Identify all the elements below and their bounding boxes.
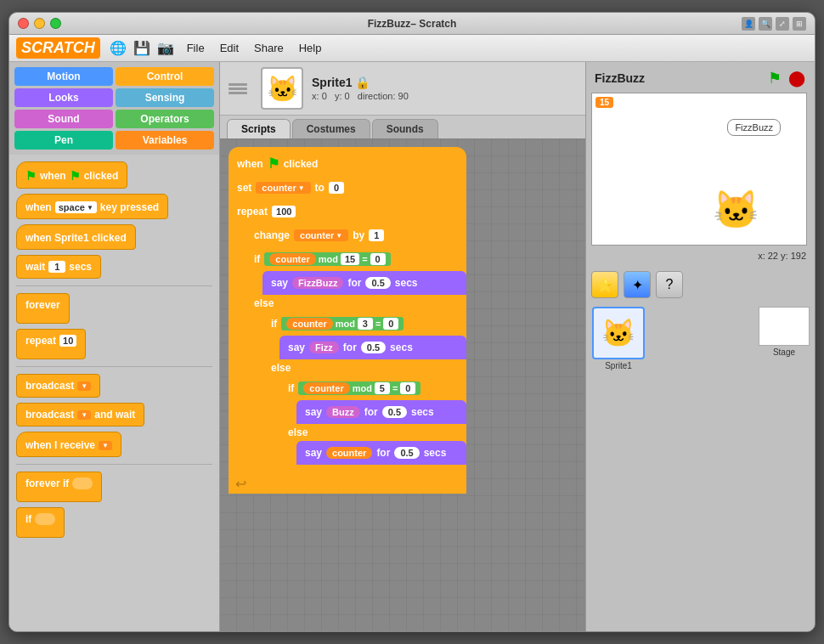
mod3-condition: counter mod 3 = 0: [281, 317, 404, 330]
sprite-toolbar: ⭐ ✦ ?: [586, 268, 815, 302]
mod5-condition: counter mod 5 = 0: [298, 381, 420, 395]
stage-title: FizzBuzz: [595, 71, 645, 85]
minimize-button[interactable]: [34, 18, 45, 29]
receive-dropdown[interactable]: [99, 441, 112, 450]
sprites-list: 🐱 Sprite1 Stage: [586, 302, 815, 376]
stage-sprite-cat: 🐱: [713, 188, 759, 232]
block-repeat-100: repeat 100 change counter by 1: [229, 200, 466, 494]
block-forever[interactable]: forever: [16, 293, 70, 324]
titlebar: FizzBuzz– Scratch 👤 🔍 ⤢ ⊞: [9, 13, 815, 35]
window-title: FizzBuzz– Scratch: [368, 18, 457, 30]
menubar: SCRATCH 🌐 💾 📷 File Edit Share Help: [9, 35, 815, 62]
tool-star-yellow[interactable]: ⭐: [591, 271, 618, 298]
menu-help[interactable]: Help: [292, 38, 329, 58]
category-variables[interactable]: Variables: [116, 131, 214, 150]
globe-icon[interactable]: 🌐: [109, 39, 127, 58]
broadcast-dropdown[interactable]: [77, 381, 91, 391]
block-say-fizzbuzz[interactable]: say FizzBuzz for 0.5 secs: [262, 271, 466, 295]
change-counter-var[interactable]: counter: [294, 229, 348, 241]
if-mod15-body: say FizzBuzz for 0.5 secs: [262, 271, 466, 295]
block-categories: Motion Control Looks Sensing Sound Opera…: [9, 62, 219, 155]
sprite-coords: x: 0 y: 0 direction: 90: [312, 91, 409, 101]
menu-edit[interactable]: Edit: [213, 38, 246, 58]
category-sound[interactable]: Sound: [14, 110, 113, 128]
category-control[interactable]: Control: [116, 67, 214, 86]
category-pen[interactable]: Pen: [14, 131, 113, 150]
menu-share[interactable]: Share: [247, 38, 291, 58]
scratch-logo: SCRATCH: [16, 37, 100, 59]
sprite-item-sprite1[interactable]: 🐱 Sprite1: [591, 307, 646, 370]
if-mod5-body: say Buzz for 0.5 secs: [296, 400, 466, 424]
key-dropdown[interactable]: space: [55, 201, 97, 213]
block-if-mod3: if counter mod 3 = 0: [262, 312, 466, 478]
block-if-mod15: if counter mod 15 = 0: [246, 247, 466, 485]
block-set-counter[interactable]: set counter to 0: [229, 176, 466, 200]
else-3-body: say counter for 0.5 secs: [296, 441, 466, 465]
left-panel: Motion Control Looks Sensing Sound Opera…: [9, 62, 220, 631]
counter-var[interactable]: counter: [256, 182, 310, 194]
block-when-receive[interactable]: when I receive: [16, 432, 121, 457]
sprite-name: Sprite1 🔒: [312, 76, 409, 89]
sprite1-thumbnail: 🐱: [592, 307, 645, 359]
menu-file[interactable]: File: [180, 38, 212, 58]
broadcast-wait-dropdown[interactable]: [77, 410, 91, 420]
stage-mini-canvas: [759, 307, 810, 346]
block-wait[interactable]: wait 1 secs: [16, 255, 101, 279]
else-2: else: [262, 359, 466, 376]
stage-mini-item[interactable]: Stage: [759, 307, 810, 370]
block-when-clicked[interactable]: ⚑ when ⚑ clicked: [16, 161, 127, 189]
block-say-buzz[interactable]: say Buzz for 0.5 secs: [296, 400, 466, 424]
scripts-area[interactable]: when ⚑ clicked set counter to 0: [220, 138, 585, 631]
sprite1-label: Sprite1: [605, 361, 632, 370]
photo-icon[interactable]: 📷: [156, 39, 175, 58]
window-controls: [18, 18, 61, 29]
stop-button[interactable]: ⬤: [787, 69, 806, 88]
close-button[interactable]: [18, 18, 29, 29]
block-say-fizz[interactable]: say Fizz for 0.5 secs: [279, 336, 466, 359]
share-icon[interactable]: ⊞: [793, 17, 806, 31]
titlebar-right-icons: 👤 🔍 ⤢ ⊞: [742, 17, 806, 31]
block-broadcast-wait[interactable]: broadcast and wait: [16, 403, 144, 427]
maximize-button[interactable]: [50, 18, 61, 29]
block-broadcast[interactable]: broadcast: [16, 374, 100, 398]
block-say-counter[interactable]: say counter for 0.5 secs: [296, 441, 466, 465]
tab-costumes[interactable]: Costumes: [292, 119, 370, 138]
category-operators[interactable]: Operators: [116, 110, 214, 128]
block-hat-when-clicked[interactable]: when ⚑ clicked: [229, 147, 466, 176]
user-icon[interactable]: 👤: [742, 17, 755, 31]
stage-header: FizzBuzz ⚑ ⬤: [591, 67, 810, 89]
else-3: else: [279, 424, 466, 441]
right-panel: FizzBuzz ⚑ ⬤ 15 FizzBuzz 🐱 x: 22 y: 192 …: [585, 62, 815, 631]
category-sensing[interactable]: Sensing: [116, 88, 214, 107]
block-forever-if[interactable]: forever if: [16, 472, 102, 502]
script-tabs: Scripts Costumes Sounds: [220, 116, 585, 138]
else-2-body: if counter mod 5 = 0: [279, 376, 466, 472]
save-icon[interactable]: 💾: [133, 39, 151, 58]
category-motion[interactable]: Motion: [14, 67, 113, 86]
else-1-body: if counter mod 3 = 0: [262, 312, 466, 478]
search-icon[interactable]: 🔍: [759, 17, 772, 31]
block-change-counter[interactable]: change counter by 1: [246, 223, 466, 247]
block-repeat[interactable]: repeat 10: [16, 329, 86, 359]
separator3: [16, 464, 212, 465]
if-mod3-body: say Fizz for 0.5 secs: [279, 336, 466, 359]
main-content: Motion Control Looks Sensing Sound Opera…: [9, 62, 815, 631]
tab-sounds[interactable]: Sounds: [372, 119, 438, 138]
tab-scripts[interactable]: Scripts: [227, 119, 291, 138]
stage-controls: ⚑ ⬤: [765, 69, 806, 88]
green-flag-button[interactable]: ⚑: [765, 69, 784, 88]
category-looks[interactable]: Looks: [14, 88, 113, 107]
tool-star-blue[interactable]: ✦: [624, 271, 651, 298]
speech-bubble: FizzBuzz: [727, 119, 781, 136]
block-palette: ⚑ when ⚑ clicked when space key pressed …: [9, 155, 219, 631]
block-if[interactable]: if: [16, 507, 65, 538]
separator: [16, 285, 212, 286]
stage-canvas: 15 FizzBuzz 🐱: [591, 93, 807, 246]
fullscreen-icon[interactable]: ⤢: [776, 17, 789, 31]
block-when-sprite-clicked[interactable]: when Sprite1 clicked: [16, 224, 136, 250]
tool-question[interactable]: ?: [656, 271, 683, 298]
green-flag-icon: ⚑: [268, 155, 279, 172]
block-when-key-pressed[interactable]: when space key pressed: [16, 194, 168, 219]
sprite-thumbnail: 🐱: [261, 67, 303, 110]
mod15-condition: counter mod 15 = 0: [264, 252, 390, 266]
